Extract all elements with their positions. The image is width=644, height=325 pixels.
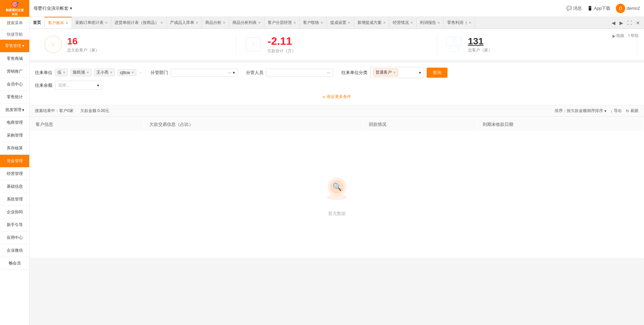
export-label: 导出 xyxy=(614,108,622,114)
sidebar-item-newuser-guide[interactable]: 新手引导 xyxy=(0,219,29,231)
sidebar-item-system-mgmt[interactable]: 系统管理 xyxy=(0,193,29,206)
tab-product-analysis-list[interactable]: 商品分析列表 ✕ xyxy=(229,17,264,29)
search-menu-btn[interactable]: 搜索菜单 xyxy=(0,17,29,30)
col-overdue-date: 到期未收款日期 xyxy=(477,118,643,131)
sidebar-item-basic-info[interactable]: 基础信息 xyxy=(0,180,29,193)
stat-debt-label: 欠款合计（万） xyxy=(267,48,296,54)
tab-finished-goods[interactable]: 产成品入库单 ✕ xyxy=(167,17,202,29)
tab-profit-report[interactable]: 利润报告 ✕ xyxy=(417,17,444,29)
tab-customer-ledger[interactable]: 客户账本 ✕ xyxy=(45,17,72,29)
sidebar-logo: 🎯 畅捷通好生意 标版 xyxy=(0,0,29,17)
sidebar-item-ecommerce-mgmt[interactable]: 电商管理 xyxy=(0,116,29,129)
tab-inbound-stats[interactable]: 进货单统计表（按商品） ✕ xyxy=(111,17,167,29)
tab-finished-goods-close[interactable]: ✕ xyxy=(196,21,198,25)
tabs-maximize-btn[interactable]: ⛶ xyxy=(626,20,633,26)
tab-commission-settings-close[interactable]: ✕ xyxy=(348,21,350,25)
help-video-btn[interactable]: ▶ 视频 xyxy=(612,33,624,39)
filter-area: 往来单位 伍 ✕ 陈民强 ✕ 王小亮 ✕ cjttcw ✕ ··· xyxy=(30,63,644,105)
export-btn[interactable]: ↓ 导出 xyxy=(610,108,622,114)
tab-inbound-stats-label: 进货单统计表（按商品） xyxy=(115,20,159,26)
help-doc-btn[interactable]: ? 帮助 xyxy=(628,33,639,39)
sidebar-item-retail-mgmt[interactable]: 零售管理 ▾ xyxy=(0,40,29,52)
quick-nav-btn[interactable]: 快捷导航 xyxy=(0,30,29,40)
tab-customer-segmentation-close[interactable]: ✕ xyxy=(293,21,296,25)
sidebar-item-capital-mgmt[interactable]: 资金管理 xyxy=(0,155,29,168)
sidebar-item-member-center[interactable]: 会员中心 xyxy=(0,78,29,91)
empty-state: 🔍 暂无数据 xyxy=(30,152,643,237)
tab-product-analysis-list-close[interactable]: ✕ xyxy=(258,21,261,25)
tab-purchase-order-stats-close[interactable]: ✕ xyxy=(105,21,108,25)
filter-person-select[interactable]: ··· xyxy=(266,69,333,77)
empty-text: 暂无数据 xyxy=(328,211,346,217)
tab-customer-contact-label: 客户联络 xyxy=(303,20,319,26)
filter-classify-tag-close[interactable]: ✕ xyxy=(393,71,396,74)
tab-inbound-stats-close[interactable]: ✕ xyxy=(160,21,163,25)
tabs-close-all-btn[interactable]: ✕ xyxy=(635,20,641,26)
sidebar-item-enterprise-wechat[interactable]: 企业微信 xyxy=(0,244,29,257)
tab-new-commission-plan-close[interactable]: ✕ xyxy=(383,21,386,25)
tab-profit-report-close[interactable]: ✕ xyxy=(437,21,440,25)
tab-commission-settings[interactable]: 提成设置 ✕ xyxy=(327,17,354,29)
store-dropdown-icon[interactable]: ▾ xyxy=(70,6,72,11)
stat-total-customers: 131 总客户（家） xyxy=(437,34,637,55)
tab-operations-status-close[interactable]: ✕ xyxy=(410,21,413,25)
tab-customer-contact-close[interactable]: ✕ xyxy=(320,21,323,25)
tab-customer-contact[interactable]: 客户联络 ✕ xyxy=(300,17,327,29)
filter-row-1: 往来单位 伍 ✕ 陈民强 ✕ 王小亮 ✕ cjttcw ✕ ··· xyxy=(35,67,639,78)
tab-retail-profit[interactable]: 零售利润（ ✕ xyxy=(444,17,475,29)
sidebar-item-app-center[interactable]: 应用中心 xyxy=(0,231,29,244)
store-selector[interactable]: 母婴行业演示帐套 ▾ xyxy=(34,5,72,11)
col-repayment: 回款情况 xyxy=(363,118,477,131)
tab-home-label: 首页 xyxy=(33,20,41,26)
collapse-filters-btn[interactable]: ∧ 收起更多条件 xyxy=(35,93,639,101)
data-table-wrapper: 客户信息 欠款交易信息（占比） 回款情况 到期未收款日期 xyxy=(30,117,644,258)
col-debt-info: 欠款交易信息（占比） xyxy=(144,118,363,131)
tab-purchase-order-stats[interactable]: 采购订单统计表 ✕ xyxy=(72,17,111,29)
filter-person-more: ··· xyxy=(327,70,330,75)
avatar: D xyxy=(616,4,625,13)
data-table: 客户信息 欠款交易信息（占比） 回款情况 到期未收款日期 xyxy=(30,117,644,258)
tabs-bar: 首页 客户账本 ✕ 采购订单统计表 ✕ 进货单统计表（按商品） ✕ 产成品入库单… xyxy=(30,17,644,29)
tab-operations-status[interactable]: 经营情况 ✕ xyxy=(389,17,417,29)
tab-new-commission-plan[interactable]: 新增提成方案 ✕ xyxy=(354,17,389,29)
tab-customer-segmentation[interactable]: 客户分层经营 ✕ xyxy=(264,17,300,29)
tab-customer-ledger-close[interactable]: ✕ xyxy=(66,21,68,25)
collapse-arrow-icon: ∧ xyxy=(323,95,326,99)
sidebar-item-marketing[interactable]: 营销推广 xyxy=(0,65,29,78)
filter-classify-tag: 普通客户 ✕ xyxy=(373,69,398,76)
sidebar-item-purchase-mgmt[interactable]: 采购管理 xyxy=(0,129,29,142)
sidebar-item-wholesale-mgmt[interactable]: 批发管理 ▾ xyxy=(0,104,29,116)
sidebar-item-retail-stats[interactable]: 零售统计 xyxy=(0,91,29,104)
tab-product-analysis-close[interactable]: ✕ xyxy=(223,21,225,25)
filter-classify-select[interactable]: 普通客户 ✕ ▾ xyxy=(370,67,424,78)
sidebar-item-enterprise-collab[interactable]: 企业协同 xyxy=(0,206,29,219)
filter-balance-select[interactable]: 选择... ▾ xyxy=(55,81,102,90)
sort-selector[interactable]: 排序：按欠款金额倒序排序 ▾ xyxy=(555,108,606,114)
message-btn[interactable]: 💬 消息 xyxy=(566,5,582,11)
svg-rect-6 xyxy=(449,47,459,51)
tab-purchase-order-stats-label: 采购订单统计表 xyxy=(75,20,103,26)
filter-dept-select[interactable]: ··· ▾ xyxy=(171,69,238,77)
stat-debt-body: -2.11 欠款合计（万） xyxy=(267,35,296,54)
tabs-prev-btn[interactable]: ◀ xyxy=(610,20,617,26)
sidebar-item-retail-mall[interactable]: 零售商城 xyxy=(0,52,29,65)
tab-product-analysis[interactable]: 商品分析 ✕ xyxy=(202,17,229,29)
tab-home[interactable]: 首页 xyxy=(30,17,45,29)
refresh-icon: ↻ xyxy=(626,109,629,113)
stat-debtors-body: 16 总欠款客户（家） xyxy=(67,36,99,53)
sidebar-item-inventory[interactable]: 库存核算 xyxy=(0,142,29,155)
filter-tag-wu-close[interactable]: ✕ xyxy=(63,71,66,74)
filter-tag-wang-close[interactable]: ✕ xyxy=(110,71,113,74)
refresh-btn[interactable]: ↻ 刷新 xyxy=(626,108,639,114)
sidebar-item-operations-mgmt[interactable]: 经营管理 xyxy=(0,168,29,180)
filter-tag-chen-close[interactable]: ✕ xyxy=(86,71,89,74)
tab-customer-ledger-label: 客户账本 xyxy=(48,20,64,26)
tab-retail-profit-close[interactable]: ✕ xyxy=(469,21,471,25)
app-download-btn[interactable]: 📱 App下载 xyxy=(587,5,610,11)
query-button[interactable]: 查询 xyxy=(427,68,447,78)
user-avatar-area[interactable]: D demo2 xyxy=(616,4,640,13)
sidebar-item-chang-member[interactable]: 畅会员 xyxy=(0,257,29,270)
filter-more-tags[interactable]: ··· xyxy=(139,70,142,75)
tabs-next-btn[interactable]: ▶ xyxy=(618,20,625,26)
filter-tag-cjttcw-close[interactable]: ✕ xyxy=(131,71,134,74)
